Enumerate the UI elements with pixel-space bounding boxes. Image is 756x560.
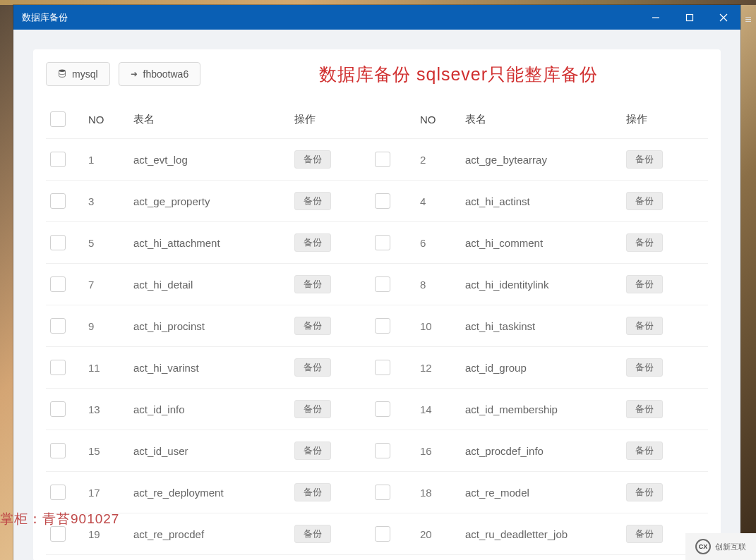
backup-button[interactable]: 备份 (294, 192, 331, 210)
maximize-button[interactable] (673, 5, 707, 30)
backup-button[interactable]: 备份 (626, 317, 663, 335)
row-no: 1 (88, 154, 131, 166)
row-checkbox[interactable] (375, 401, 390, 417)
col-name-right: 表名 (465, 113, 623, 126)
row-checkbox[interactable] (375, 485, 390, 500)
backup-button[interactable]: 备份 (294, 358, 331, 377)
row-checkbox[interactable] (375, 152, 390, 167)
row-name: act_id_group (465, 362, 623, 374)
backup-button[interactable]: 备份 (294, 442, 331, 460)
table-row: 5 act_hi_attachment 备份 6 act_hi_comment … (46, 222, 708, 264)
table-row: 9 act_hi_procinst 备份 10 act_hi_taskinst … (46, 305, 708, 347)
select-all-left-checkbox[interactable] (50, 111, 66, 127)
row-checkbox[interactable] (50, 235, 66, 250)
logo-corner: CX 创新互联 (685, 533, 756, 560)
row-name: act_procdef_info (465, 445, 623, 457)
row-checkbox[interactable] (50, 152, 66, 167)
row-checkbox[interactable] (375, 318, 390, 334)
col-no-left: NO (88, 114, 131, 126)
table-row: 15 act_id_user 备份 16 act_procdef_info 备份 (46, 430, 708, 472)
row-no: 15 (88, 445, 131, 457)
row-checkbox[interactable] (50, 443, 66, 458)
watermark-text: 掌柜：青苔901027 (0, 510, 119, 528)
app-window: 数据库备份 mysql ➜ fhbootwa6 (13, 5, 740, 560)
titlebar: 数据库备份 (13, 5, 740, 30)
table-header-row: NO 表名 操作 NO 表名 操作 (46, 100, 708, 139)
row-checkbox[interactable] (375, 276, 390, 292)
toolbar: mysql ➜ fhbootwa6 数据库备份 sqlsever只能整库备份 (46, 62, 708, 86)
row-name: act_id_user (133, 445, 292, 457)
row-no: 10 (420, 320, 462, 332)
close-button[interactable] (707, 5, 740, 30)
backup-button[interactable]: 备份 (626, 358, 663, 377)
backup-button[interactable]: 备份 (626, 275, 663, 293)
table-row: 3 act_ge_property 备份 4 act_hi_actinst 备份 (46, 181, 708, 222)
row-checkbox[interactable] (50, 526, 66, 542)
backup-button[interactable]: 备份 (294, 233, 331, 252)
arrow-right-icon: ➜ (131, 69, 138, 79)
tables-grid: NO 表名 操作 NO 表名 操作 1 act_evt_log 备份 2 act… (46, 100, 708, 555)
close-icon (719, 13, 728, 22)
row-no: 11 (88, 362, 131, 374)
backup-button[interactable]: 备份 (294, 525, 331, 543)
minimize-icon (652, 13, 660, 22)
row-checkbox[interactable] (375, 526, 390, 542)
row-checkbox[interactable] (50, 401, 66, 417)
row-no: 16 (420, 445, 462, 457)
database-icon (58, 69, 66, 80)
backup-button[interactable]: 备份 (294, 275, 331, 293)
row-checkbox[interactable] (50, 193, 66, 209)
page-banner (0, 0, 756, 5)
table-row: 7 act_hi_detail 备份 8 act_hi_identitylink… (46, 264, 708, 305)
db-type-button[interactable]: mysql (46, 62, 110, 86)
row-name: act_id_membership (465, 403, 623, 415)
col-no-right: NO (420, 114, 462, 126)
backup-button[interactable]: 备份 (626, 525, 663, 543)
row-name: act_ru_deadletter_job (465, 528, 623, 540)
row-name: act_id_info (133, 403, 292, 415)
backup-button[interactable]: 备份 (626, 233, 663, 252)
row-checkbox[interactable] (375, 193, 390, 209)
row-no: 8 (420, 279, 462, 291)
row-no: 12 (420, 362, 462, 374)
table-row: 11 act_hi_varinst 备份 12 act_id_group 备份 (46, 347, 708, 389)
logo-text: 创新互联 (715, 542, 746, 552)
logo-icon: CX (695, 539, 711, 554)
row-name: act_hi_procinst (133, 320, 292, 332)
backup-button[interactable]: 备份 (294, 400, 331, 418)
row-no: 7 (88, 279, 131, 291)
row-checkbox[interactable] (50, 276, 66, 292)
backup-button[interactable]: 备份 (294, 317, 331, 335)
page-title: 数据库备份 sqlsever只能整库备份 (209, 63, 708, 86)
row-name: act_hi_detail (133, 279, 292, 291)
row-checkbox[interactable] (50, 318, 66, 334)
backup-button[interactable]: 备份 (626, 400, 663, 418)
row-checkbox[interactable] (50, 360, 66, 375)
main-panel: mysql ➜ fhbootwa6 数据库备份 sqlsever只能整库备份 N… (33, 49, 721, 560)
backup-button[interactable]: 备份 (626, 483, 663, 501)
row-no: 14 (420, 403, 462, 415)
row-name: act_ge_property (133, 195, 292, 207)
backup-button[interactable]: 备份 (626, 150, 663, 169)
backup-button[interactable]: 备份 (626, 442, 663, 460)
row-checkbox[interactable] (375, 235, 390, 250)
col-name-left: 表名 (133, 113, 292, 126)
svg-rect-1 (687, 14, 693, 20)
backup-button[interactable]: 备份 (626, 192, 663, 210)
row-no: 13 (88, 403, 131, 415)
backup-button[interactable]: 备份 (294, 483, 331, 501)
row-no: 6 (420, 237, 462, 249)
row-no: 9 (88, 320, 131, 332)
minimize-button[interactable] (639, 5, 673, 30)
backup-button[interactable]: 备份 (294, 150, 331, 169)
row-checkbox[interactable] (375, 360, 390, 375)
client-area[interactable]: mysql ➜ fhbootwa6 数据库备份 sqlsever只能整库备份 N… (13, 30, 740, 560)
row-no: 20 (420, 528, 462, 540)
row-name: act_re_deployment (133, 487, 292, 499)
row-name: act_re_model (465, 487, 623, 499)
table-row: 1 act_evt_log 备份 2 act_ge_bytearray 备份 (46, 139, 708, 181)
row-checkbox[interactable] (375, 443, 390, 458)
db-schema-button[interactable]: ➜ fhbootwa6 (119, 62, 201, 86)
row-checkbox[interactable] (50, 485, 66, 500)
row-name: act_re_procdef (133, 528, 292, 540)
